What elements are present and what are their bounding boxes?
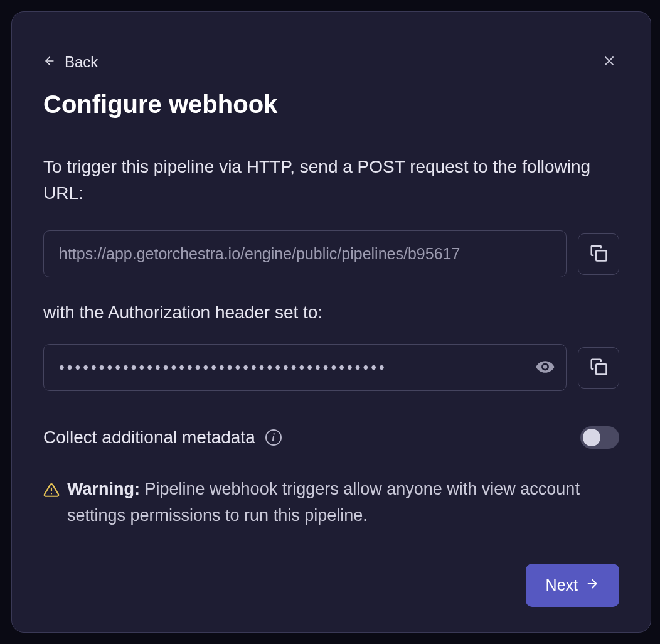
- back-button[interactable]: Back: [43, 53, 98, 71]
- copy-icon: [589, 357, 608, 378]
- eye-icon: [535, 357, 555, 378]
- metadata-row: Collect additional metadata i: [43, 426, 619, 449]
- configure-webhook-modal: Back Configure webhook To trigger this p…: [11, 11, 651, 633]
- warning-row: Warning: Pipeline webhook triggers allow…: [43, 476, 619, 529]
- auth-input-wrap: [43, 344, 567, 391]
- svg-rect-3: [596, 250, 606, 260]
- copy-icon: [589, 244, 608, 264]
- auth-label: with the Authorization header set to:: [43, 303, 619, 323]
- close-button[interactable]: [599, 51, 619, 73]
- metadata-label: Collect additional metadata: [43, 427, 255, 448]
- info-icon[interactable]: i: [265, 429, 282, 446]
- modal-header: Back: [43, 51, 619, 73]
- instruction-text: To trigger this pipeline via HTTP, send …: [43, 154, 619, 207]
- metadata-toggle[interactable]: [580, 426, 619, 449]
- arrow-right-icon: [585, 576, 599, 594]
- auth-header-input[interactable]: [43, 344, 567, 391]
- next-label: Next: [546, 576, 578, 594]
- metadata-label-wrap: Collect additional metadata i: [43, 427, 282, 448]
- warning-text: Warning: Pipeline webhook triggers allow…: [67, 476, 619, 529]
- modal-footer: Next: [43, 539, 619, 607]
- close-icon: [602, 61, 617, 70]
- copy-auth-button[interactable]: [578, 347, 619, 389]
- next-button[interactable]: Next: [526, 564, 619, 607]
- toggle-knob: [583, 429, 600, 446]
- url-input-wrap: [43, 230, 567, 277]
- modal-title: Configure webhook: [43, 90, 619, 119]
- copy-url-button[interactable]: [578, 233, 619, 275]
- webhook-url-input[interactable]: [43, 230, 567, 277]
- back-label: Back: [65, 53, 98, 71]
- warning-body: Pipeline webhook triggers allow anyone w…: [67, 480, 580, 525]
- url-field-row: [43, 230, 619, 277]
- reveal-auth-button[interactable]: [535, 357, 555, 378]
- svg-rect-4: [596, 364, 606, 374]
- auth-field-row: [43, 344, 619, 391]
- warning-icon: [43, 480, 60, 507]
- arrow-left-icon: [43, 53, 56, 71]
- warning-prefix: Warning:: [67, 480, 140, 498]
